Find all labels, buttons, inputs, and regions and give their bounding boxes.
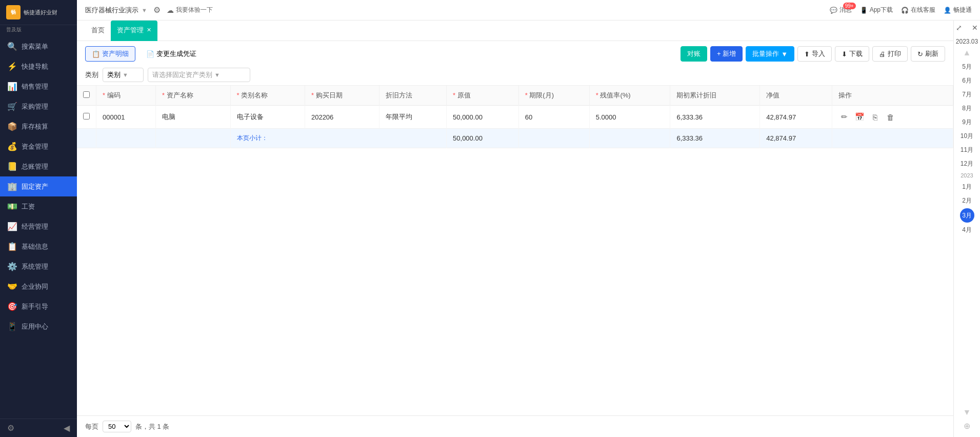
sub-tab-asset-detail[interactable]: 📋 资产明细 xyxy=(85,46,135,62)
topbar-item-user[interactable]: 👤 畅捷通 xyxy=(944,6,972,14)
header-name: 资产名称 xyxy=(156,86,230,106)
sidebar-item-search-menu[interactable]: 🔍 搜索菜单 xyxy=(0,36,77,56)
subtotal-original-value: 50,000.00 xyxy=(447,129,519,148)
panel-bottom-icon[interactable]: ⊕ xyxy=(962,419,972,433)
category-type-value: 类别 xyxy=(107,70,121,80)
sidebar-item-ledger[interactable]: 📒 总账管理 xyxy=(0,156,77,176)
month-item[interactable]: 9月 xyxy=(954,116,980,129)
subtotal-empty-1 xyxy=(77,129,96,148)
topbar-item-app-download[interactable]: 📱 App下载 xyxy=(860,6,893,14)
asset-detail-icon: 📋 xyxy=(92,50,100,58)
edit-icon[interactable]: ✏ xyxy=(838,111,851,123)
sidebar-item-purchase[interactable]: 🛒 采购管理 xyxy=(0,96,77,116)
depreciation-icon[interactable]: 📅 xyxy=(854,111,866,123)
import-button[interactable]: ⬆ 导入 xyxy=(797,46,832,62)
company-arrow-icon: ▼ xyxy=(142,7,147,13)
month-item[interactable]: 11月 xyxy=(954,144,980,156)
row-code: 000001 xyxy=(96,106,156,129)
delete-icon[interactable]: 🗑 xyxy=(885,111,897,123)
sidebar-item-guide[interactable]: 🎯 新手引导 xyxy=(0,296,77,316)
header-original-value: 原值 xyxy=(447,86,519,106)
panel-year-label[interactable]: 2023.03 xyxy=(954,37,980,46)
sidebar-label-basic-info: 基础信息 xyxy=(22,242,48,251)
subtotal-residual-empty xyxy=(589,129,670,148)
sidebar-item-sales[interactable]: 📊 销售管理 xyxy=(0,76,77,96)
batch-dropdown-icon: ▼ xyxy=(781,50,788,58)
collapse-icon[interactable]: ◀ xyxy=(64,423,70,433)
icon-app-download: 📱 xyxy=(860,7,868,14)
sidebar-icon-app-center: 📱 xyxy=(7,322,17,331)
sidebar-item-app-center[interactable]: 📱 应用中心 xyxy=(0,316,77,336)
topbar-item-online-service[interactable]: 🎧 在线客服 xyxy=(901,6,935,14)
sidebar-item-enterprise[interactable]: 🤝 企业协同 xyxy=(0,276,77,296)
sidebar: 畅 畅捷通好业财 普及版 🔍 搜索菜单 ⚡ 快捷导航 📊 销售管理 🛒 采购管理… xyxy=(0,0,77,437)
header-action: 操作 xyxy=(832,86,953,106)
sidebar-icon-basic-info: 📋 xyxy=(7,242,17,251)
toolbar-right: 对账 + 新增 批量操作 ▼ ⬆ 导入 ⬇ 下载 🖨 xyxy=(681,46,945,62)
category-placeholder: 请选择固定资产类别 xyxy=(152,70,212,80)
topbar-item-messages[interactable]: 💬 消息 99+ xyxy=(830,6,852,14)
panel-down-arrow[interactable]: ▼ xyxy=(961,406,973,419)
topbar: 医疗器械行业演示 ▼ ⚙ ☁ 我要体验一下 💬 消息 99+ 📱 App下载 🎧… xyxy=(77,0,980,21)
row-checkbox-cell xyxy=(77,106,96,129)
tab-close-icon[interactable]: ✕ xyxy=(147,27,151,33)
download-button[interactable]: ⬇ 下载 xyxy=(835,46,869,62)
month-item[interactable]: 8月 xyxy=(954,102,980,115)
month-item[interactable]: 2月 xyxy=(954,194,980,207)
header-category: 类别名称 xyxy=(230,86,305,106)
year-label-2023: 2023 xyxy=(961,171,973,180)
panel-close-icon[interactable]: ✕ xyxy=(972,24,978,32)
sidebar-icon-inventory: 📦 xyxy=(7,122,17,131)
month-item[interactable]: 12月 xyxy=(954,157,980,170)
tab-asset-management[interactable]: 资产管理 ✕ xyxy=(111,21,157,41)
sidebar-item-payroll[interactable]: 💵 工资 xyxy=(0,196,77,216)
copy-icon[interactable]: ⎘ xyxy=(869,111,882,123)
category-input[interactable]: 请选择固定资产类别 ▼ xyxy=(148,68,250,82)
topbar-settings-icon[interactable]: ⚙ xyxy=(153,5,161,15)
sidebar-item-system[interactable]: ⚙️ 系统管理 xyxy=(0,256,77,276)
refresh-button[interactable]: ↻ 刷新 xyxy=(911,46,945,62)
sidebar-item-management[interactable]: 📈 经营管理 xyxy=(0,216,77,236)
select-all-checkbox[interactable] xyxy=(83,91,90,98)
table-wrapper: 编码 资产名称 类别名称 购买日期 折旧方法 原值 期限(月) 残值率(%) 期… xyxy=(77,86,953,415)
experience-button[interactable]: ☁ 我要体验一下 xyxy=(167,6,213,14)
month-item[interactable]: 7月 xyxy=(954,88,980,101)
sidebar-item-fixed-assets[interactable]: 🏢 固定资产 xyxy=(0,176,77,196)
month-item[interactable]: 6月 xyxy=(954,74,980,87)
sidebar-icon-system: ⚙️ xyxy=(7,262,17,271)
topbar-right: 💬 消息 99+ 📱 App下载 🎧 在线客服 👤 畅捷通 xyxy=(830,6,972,14)
pagination: 每页 50 10 20 100 条，共 1 条 xyxy=(77,415,953,437)
category-type-arrow: ▼ xyxy=(123,72,128,78)
sidebar-item-finance[interactable]: 💰 资金管理 xyxy=(0,136,77,156)
reconcile-button[interactable]: 对账 xyxy=(681,46,707,62)
new-button[interactable]: + 新增 xyxy=(710,46,743,62)
row-checkbox[interactable] xyxy=(83,113,90,120)
month-item[interactable]: 5月 xyxy=(954,61,980,73)
settings-icon[interactable]: ⚙ xyxy=(7,423,14,433)
tab-home[interactable]: 首页 xyxy=(85,21,111,41)
panel-expand-icon[interactable]: ⤢ xyxy=(956,24,962,32)
company-selector[interactable]: 医疗器械行业演示 ▼ xyxy=(85,6,147,15)
month-item[interactable]: 4月 xyxy=(954,224,980,236)
month-item[interactable]: 10月 xyxy=(954,130,980,143)
header-depreciation-method: 折旧方法 xyxy=(379,86,447,106)
logo-icon: 畅 xyxy=(6,5,21,19)
sidebar-item-quick-nav[interactable]: ⚡ 快捷导航 xyxy=(0,56,77,76)
sidebar-item-inventory[interactable]: 📦 库存核算 xyxy=(0,116,77,136)
batch-button[interactable]: 批量操作 ▼ xyxy=(746,46,794,62)
sidebar-label-finance: 资金管理 xyxy=(22,142,48,151)
panel-up-arrow[interactable]: ▲ xyxy=(961,46,973,59)
row-purchase-date: 202206 xyxy=(305,106,379,129)
sub-tab-change-voucher[interactable]: 📄 变更生成凭证 xyxy=(139,46,203,62)
sidebar-icon-search-menu: 🔍 xyxy=(7,42,17,51)
print-button[interactable]: 🖨 打印 xyxy=(872,46,908,62)
subtotal-label: 本页小计： xyxy=(237,134,268,142)
month-item[interactable]: 3月 xyxy=(960,208,974,223)
edition-label: 普及版 xyxy=(0,25,77,36)
sidebar-item-basic-info[interactable]: 📋 基础信息 xyxy=(0,236,77,256)
category-type-select[interactable]: 类别 ▼ xyxy=(103,68,144,82)
month-item[interactable]: 1月 xyxy=(954,181,980,193)
header-period: 期限(月) xyxy=(518,86,589,106)
change-voucher-label: 变更生成凭证 xyxy=(156,49,196,58)
per-page-select[interactable]: 50 10 20 100 xyxy=(103,421,131,432)
